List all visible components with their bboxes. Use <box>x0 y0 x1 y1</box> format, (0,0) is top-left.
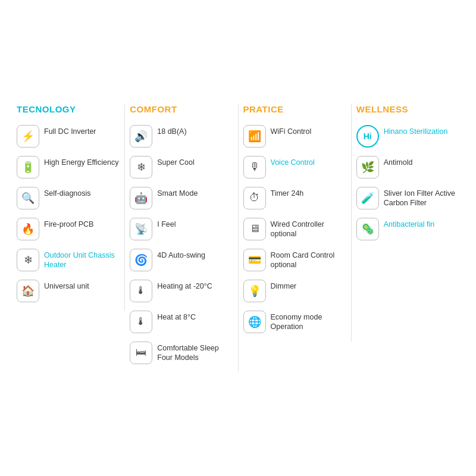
feature-label: Super Cool <box>157 156 195 168</box>
feature-icon: 🌿 <box>356 156 379 178</box>
feature-icon: 📡 <box>130 218 152 240</box>
feature-label: 18 dB(A) <box>157 125 186 137</box>
feature-label: Heat at 8°C <box>157 311 196 322</box>
feature-icon: 🖥 <box>243 218 266 240</box>
tecnology-title: TECNOLOGY <box>17 104 76 114</box>
feature-icon: 💡 <box>243 280 266 302</box>
feature-row: 💡Dimmer <box>243 280 297 302</box>
feature-row: 🖥Wired Controller optional <box>243 218 346 240</box>
feature-label: WiFi Control <box>271 125 312 137</box>
feature-icon: 🦠 <box>356 218 379 240</box>
feature-icon: ❄ <box>130 156 152 178</box>
feature-row: HiHinano Sterilization <box>356 125 448 148</box>
feature-label: Smart Mode <box>157 187 198 199</box>
feature-icon: 🏠 <box>17 280 39 302</box>
feature-row: 🤖Smart Mode <box>130 187 198 209</box>
feature-label: Fire-proof PCB <box>44 218 93 230</box>
feature-icon: 🤖 <box>130 187 152 209</box>
feature-row: ⏱Timer 24h <box>243 187 304 209</box>
feature-row: 📡I Feel <box>130 218 176 240</box>
feature-row: ❄Outdoor Unit Chassis Heater <box>17 249 120 271</box>
feature-icon: 🧪 <box>356 187 379 209</box>
feature-row: 🏠Universal unit <box>17 280 89 302</box>
pratice-title: PRATICE <box>243 104 284 114</box>
wellness-title: WELLNESS <box>356 104 408 114</box>
feature-row: ❄Super Cool <box>130 156 195 178</box>
feature-label: Antibacterial fin <box>384 218 434 230</box>
feature-icon: 🎙 <box>243 156 266 178</box>
column-pratice: PRATICE📶WiFi Control🎙Voice Control⏱Timer… <box>239 104 352 342</box>
feature-row: 🌐Economy mode Operation <box>243 311 346 333</box>
feature-label: Economy mode Operation <box>271 311 346 333</box>
feature-label: Heating at -20°C <box>157 280 212 292</box>
feature-label: 4D Auto-swing <box>157 249 205 261</box>
feature-label: Antimold <box>384 156 413 168</box>
column-comfort: COMFORT🔊18 dB(A)❄Super Cool🤖Smart Mode📡I… <box>125 104 238 372</box>
feature-row: 🔥Fire-proof PCB <box>17 218 93 240</box>
feature-icon: ⚡ <box>17 125 39 148</box>
feature-icon: 🌐 <box>243 311 266 333</box>
feature-label: Wired Controller optional <box>271 218 346 240</box>
feature-icon: 🌡 <box>130 280 152 302</box>
feature-row: 🔍Self-diagnosis <box>17 187 91 209</box>
feature-row: 🌿Antimold <box>356 156 413 178</box>
feature-icon: 🌡 <box>130 311 152 333</box>
feature-icon: ⏱ <box>243 187 266 209</box>
feature-label: Comfortable Sleep Four Models <box>157 342 233 364</box>
feature-icon: 📶 <box>243 125 266 148</box>
feature-row: 🛏Comfortable Sleep Four Models <box>130 342 233 364</box>
feature-row: 🌀4D Auto-swing <box>130 249 205 271</box>
feature-row: 🔋High Energy Efficiency <box>17 156 119 178</box>
feature-row: 🎙Voice Control <box>243 156 315 178</box>
feature-icon: 🌀 <box>130 249 152 271</box>
feature-row: 🌡Heating at -20°C <box>130 280 212 302</box>
feature-icon: 🔋 <box>17 156 39 178</box>
feature-label: High Energy Efficiency <box>44 156 119 168</box>
feature-row: 🔊18 dB(A) <box>130 125 186 148</box>
feature-icon: 🔥 <box>17 218 39 240</box>
feature-icon: Hi <box>356 125 379 148</box>
feature-label: Outdoor Unit Chassis Heater <box>44 249 120 271</box>
feature-icon: 🛏 <box>130 342 152 364</box>
column-wellness: WELLNESSHiHinano Sterilization🌿Antimold🧪… <box>352 104 464 249</box>
feature-label: Full DC Inverter <box>44 125 96 137</box>
feature-label: Universal unit <box>44 280 89 292</box>
feature-row: ⚡Full DC Inverter <box>17 125 96 148</box>
feature-row: 📶WiFi Control <box>243 125 312 148</box>
feature-row: 💳Room Card Control optional <box>243 249 346 271</box>
column-tecnology: TECNOLOGY⚡Full DC Inverter🔋High Energy E… <box>12 104 125 311</box>
feature-icon: ❄ <box>17 249 39 271</box>
feature-row: 🌡Heat at 8°C <box>130 311 196 333</box>
features-container: TECNOLOGY⚡Full DC Inverter🔋High Energy E… <box>6 92 470 384</box>
feature-label: Dimmer <box>271 280 297 292</box>
feature-label: Self-diagnosis <box>44 187 91 199</box>
feature-label: Room Card Control optional <box>271 249 346 271</box>
feature-icon: 💳 <box>243 249 266 271</box>
feature-label: Hinano Sterilization <box>384 125 448 137</box>
comfort-title: COMFORT <box>130 104 177 114</box>
feature-icon: 🔍 <box>17 187 39 209</box>
feature-label: I Feel <box>157 218 176 230</box>
feature-row: 🦠Antibacterial fin <box>356 218 434 240</box>
feature-row: 🧪Sliver Ion Filter Active Carbon Filter <box>356 187 459 209</box>
feature-label: Sliver Ion Filter Active Carbon Filter <box>384 187 459 209</box>
feature-icon: 🔊 <box>130 125 152 148</box>
feature-label: Voice Control <box>271 156 315 168</box>
feature-label: Timer 24h <box>271 187 304 199</box>
